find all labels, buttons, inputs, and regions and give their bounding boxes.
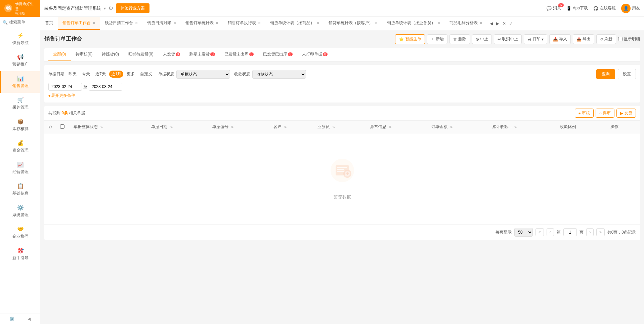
tab-cash-reconcile[interactable]: 钱货日清对账 ✕ xyxy=(142,17,181,30)
display-detail-toggle[interactable]: 显示明细 xyxy=(618,36,640,42)
topbar-dropdown-icon[interactable]: ▾ xyxy=(104,6,106,11)
industry-solution-button[interactable]: 体验行业方案 xyxy=(116,3,149,13)
ai-generate-button[interactable]: ⭐ 智能生单 xyxy=(395,34,425,44)
tab-sales-by-product[interactable]: 销货单统计表（按商品） ✕ xyxy=(265,17,324,30)
tab-close-cash-reconcile[interactable]: ✕ xyxy=(173,21,176,25)
filter-tab-pending-review[interactable]: 待审核(0) xyxy=(71,48,97,61)
sidebar-collapse-icon[interactable]: ◀ xyxy=(28,317,31,321)
tab-close-sales-execution[interactable]: ✕ xyxy=(258,21,261,25)
tab-close-cash-daily[interactable]: ✕ xyxy=(135,21,138,25)
tab-nav-prev[interactable]: ◀ xyxy=(488,20,494,27)
stop-button[interactable]: ⊘ 中止 xyxy=(472,34,492,44)
prev-page-button[interactable]: ‹ xyxy=(547,228,554,236)
sidebar-item-enterprise[interactable]: 🤝 企业协同 xyxy=(0,222,40,243)
filter-tab-not-shipped[interactable]: 未发货0 xyxy=(158,48,185,61)
last-page-button[interactable]: » xyxy=(596,228,605,236)
page-size-select[interactable]: 50 10 20 100 xyxy=(514,228,533,237)
display-detail-checkbox[interactable] xyxy=(618,37,622,41)
import-button[interactable]: 📥 导入 xyxy=(549,34,571,44)
status-select[interactable]: 单据状态 xyxy=(176,70,230,79)
add-button[interactable]: ＋ 新增 xyxy=(427,34,447,44)
tab-cash-daily[interactable]: 钱货日清工作台 ✕ xyxy=(100,17,142,30)
customer-sort-icon[interactable]: ⇅ xyxy=(284,125,287,129)
tab-margin-analysis[interactable]: 商品毛利分析表 ✕ xyxy=(445,17,487,30)
tab-sales-stats[interactable]: 销售订单统计表 ✕ xyxy=(181,17,223,30)
status-sort-icon[interactable]: ⇅ xyxy=(100,125,103,129)
filter-tab-not-printed[interactable]: 未打印单据0 xyxy=(297,48,332,61)
tab-sales-by-customer[interactable]: 销货单统计表（按客户） ✕ xyxy=(324,17,382,30)
delete-button[interactable]: 🗑 删除 xyxy=(449,34,470,44)
amount-sort-icon[interactable]: ⇅ xyxy=(450,125,453,129)
app-download-button[interactable]: 📱 App下载 xyxy=(566,5,588,11)
message-button[interactable]: 💬 消息 6 xyxy=(547,5,561,11)
revoke-audit-button[interactable]: ○ 弃审 xyxy=(596,109,614,118)
date-quick-7days[interactable]: 近7天 xyxy=(93,71,108,78)
date-from-input[interactable] xyxy=(48,83,82,91)
col-staff: 业务员 ⇅ xyxy=(313,121,366,133)
col-checkbox[interactable] xyxy=(56,121,70,133)
date-to-input[interactable] xyxy=(89,83,122,91)
revoke-stop-button[interactable]: ↩ 取消中止 xyxy=(494,34,522,44)
ship-button[interactable]: ▶ 发货 xyxy=(616,109,636,118)
filter-tab-all[interactable]: 全部(0) xyxy=(48,48,71,61)
first-page-button[interactable]: « xyxy=(535,228,544,236)
date-quick-custom[interactable]: 自定义 xyxy=(138,71,154,78)
tab-close-sales-by-product[interactable]: ✕ xyxy=(316,21,319,25)
sidebar-item-inventory[interactable]: 📦 库存核算 xyxy=(0,114,40,136)
print-button[interactable]: 🖨 打印 ▾ xyxy=(524,34,547,44)
sidebar-search[interactable]: 🔍 搜索菜单 xyxy=(0,17,40,28)
next-page-button[interactable]: › xyxy=(586,228,594,236)
payment-select[interactable]: 收款状态 xyxy=(252,70,306,79)
tab-nav-close-all[interactable]: ✕ xyxy=(501,20,507,27)
date-sort-icon[interactable]: ⇅ xyxy=(170,125,173,129)
user-menu-button[interactable]: 👤 用友 xyxy=(621,4,640,13)
refresh-button[interactable]: ↻ 刷新 xyxy=(596,34,616,44)
filter-tab-pending-pick[interactable]: 待拣货(0) xyxy=(97,48,124,61)
avatar-icon: 👤 xyxy=(624,6,629,11)
tab-nav-next[interactable]: ▶ xyxy=(495,20,501,27)
sidebar-item-marketing[interactable]: 📢 营销推广 xyxy=(0,50,40,71)
expand-conditions-button[interactable]: ▾ 展开更多条件 xyxy=(48,93,636,98)
query-button[interactable]: 查询 xyxy=(596,69,615,79)
sidebar-item-quick-nav[interactable]: ⚡ 快捷导航 xyxy=(0,28,40,50)
audit-button[interactable]: ● 审核 xyxy=(575,109,594,118)
tab-sales-workbench[interactable]: 销售订单工作台 ✕ xyxy=(58,17,100,30)
select-all-checkbox[interactable] xyxy=(60,124,65,129)
filter-tab-shipped-not-warehoused[interactable]: 已发货未出库0 xyxy=(220,48,259,61)
tab-close-margin-analysis[interactable]: ✕ xyxy=(480,21,482,25)
export-button[interactable]: 📤 导出 xyxy=(573,34,594,44)
filter-tab-shipped-warehoused[interactable]: 已发货已出库0 xyxy=(258,48,297,61)
sidebar-item-system[interactable]: ⚙️ 系统管理 xyxy=(0,200,40,222)
sidebar-item-operations[interactable]: 📈 经营管理 xyxy=(0,157,40,179)
page-number-input[interactable] xyxy=(563,228,577,236)
filter-tab-wangpu-pending[interactable]: 旺铺待发货(0) xyxy=(124,48,158,61)
tab-close-sales-by-staff[interactable]: ✕ xyxy=(437,21,440,25)
date-quick-1month[interactable]: 近1月 xyxy=(109,71,124,78)
tab-close-sales-workbench[interactable]: ✕ xyxy=(93,21,95,25)
date-quick-yesterday[interactable]: 昨天 xyxy=(67,71,79,78)
tab-home[interactable]: 首页 xyxy=(40,17,58,30)
date-quick-today[interactable]: 今天 xyxy=(80,71,92,78)
sidebar-item-finance[interactable]: 💰 资金管理 xyxy=(0,136,40,157)
abnormal-sort-icon[interactable]: ⇅ xyxy=(389,125,391,129)
tab-close-sales-by-customer[interactable]: ✕ xyxy=(375,21,378,25)
filter-tab-overdue-not-shipped[interactable]: 到期未发货0 xyxy=(185,48,220,61)
tab-sales-by-staff[interactable]: 销货单统计表（按业务员） ✕ xyxy=(382,17,445,30)
date-quick-more[interactable]: 更多 xyxy=(125,71,137,78)
cumulative-sort-icon[interactable]: ⇅ xyxy=(514,125,517,129)
staff-sort-icon[interactable]: ⇅ xyxy=(332,125,335,129)
sidebar-item-guide[interactable]: 🎯 新手引导 xyxy=(0,243,40,265)
tab-nav-maximize[interactable]: ⤢ xyxy=(508,20,514,27)
online-service-button[interactable]: 🎧 在线客服 xyxy=(593,5,616,11)
sidebar-item-purchase[interactable]: 🛒 采购管理 xyxy=(0,93,40,114)
tab-close-sales-stats[interactable]: ✕ xyxy=(216,21,218,25)
column-settings-icon[interactable]: ⚙ xyxy=(48,125,52,129)
setting-button[interactable]: 设置 xyxy=(618,69,636,79)
sidebar-item-basic-info[interactable]: 📋 基础信息 xyxy=(0,179,40,200)
topbar-gear-icon[interactable]: ⚙ xyxy=(109,5,113,11)
col-settings[interactable]: ⚙ xyxy=(44,121,56,133)
sidebar-item-sales[interactable]: 📊 销售管理 xyxy=(0,71,40,93)
sidebar-settings-icon[interactable]: ⚙️ xyxy=(9,317,14,321)
tab-sales-execution[interactable]: 销售订单执行表 ✕ xyxy=(223,17,265,30)
number-sort-icon[interactable]: ⇅ xyxy=(231,125,233,129)
